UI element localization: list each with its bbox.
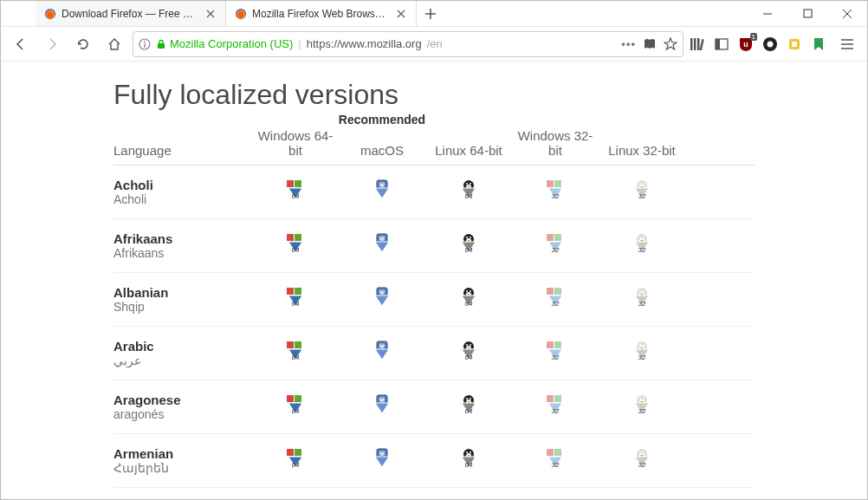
download-macos-icon[interactable] xyxy=(370,341,394,363)
download-linux64-icon[interactable]: 64 xyxy=(457,287,481,309)
download-win32-icon[interactable]: 32 xyxy=(543,233,567,256)
download-win64-icon[interactable]: 64 xyxy=(283,287,308,309)
recommended-label: Recommended xyxy=(252,113,512,127)
reader-mode-icon[interactable] xyxy=(643,38,657,50)
download-linux64-icon[interactable]: 64 xyxy=(457,341,481,363)
col-macos: macOS xyxy=(339,143,425,158)
svg-point-98 xyxy=(470,398,471,399)
download-win32-icon[interactable]: 32 xyxy=(543,448,567,471)
new-tab-button[interactable] xyxy=(417,1,444,26)
table-row: Afrikaans Afrikaans 64 64 32 32 xyxy=(113,219,755,273)
site-identity[interactable]: Mozilla Corporation (US) xyxy=(156,37,293,50)
download-win32-icon[interactable]: 32 xyxy=(543,179,567,202)
library-icon[interactable] xyxy=(689,36,706,53)
bookmark-extension-icon[interactable] xyxy=(810,36,827,53)
back-button[interactable] xyxy=(8,31,34,57)
extension-icon[interactable] xyxy=(786,36,803,53)
extension-badge-icon[interactable] xyxy=(761,36,779,53)
svg-point-88 xyxy=(643,344,645,346)
download-linux64-icon[interactable]: 64 xyxy=(457,233,481,256)
language-cell: Aragonese aragonés xyxy=(113,393,252,421)
svg-text:64: 64 xyxy=(292,246,300,254)
download-macos-icon[interactable] xyxy=(370,233,394,256)
col-linux64: Linux 64-bit xyxy=(425,143,512,158)
language-cell: Acholi Acholi xyxy=(113,178,252,206)
download-macos-icon[interactable] xyxy=(370,287,394,309)
svg-text:32: 32 xyxy=(552,192,560,200)
svg-text:64: 64 xyxy=(465,192,473,200)
home-button[interactable] xyxy=(101,31,127,57)
page-action-icon[interactable]: ••• xyxy=(621,37,636,50)
forward-button[interactable] xyxy=(39,31,65,57)
svg-rect-17 xyxy=(792,42,797,47)
svg-text:32: 32 xyxy=(552,246,560,254)
download-macos-icon[interactable] xyxy=(370,448,394,471)
language-native: عربي xyxy=(113,354,252,367)
close-window-button[interactable] xyxy=(827,1,867,26)
svg-rect-28 xyxy=(547,180,554,187)
download-linux32-icon[interactable]: 32 xyxy=(630,287,654,309)
tab-0[interactable]: Download Firefox — Free Web xyxy=(36,1,226,26)
ublock-badge: 1 xyxy=(750,33,757,41)
toolbar: Mozilla Corporation (US) | https://www.m… xyxy=(1,27,867,62)
language-cell: Arabic عربي xyxy=(113,339,252,367)
info-icon[interactable] xyxy=(139,38,151,50)
sidebar-icon[interactable] xyxy=(713,36,730,53)
minimize-button[interactable] xyxy=(748,1,787,26)
svg-rect-118 xyxy=(547,449,554,456)
col-linux32: Linux 32-bit xyxy=(599,143,685,158)
download-macos-icon[interactable] xyxy=(370,394,394,417)
language-native: aragonés xyxy=(113,407,252,421)
svg-rect-7 xyxy=(690,38,693,50)
menu-button[interactable] xyxy=(834,31,860,57)
table-row: Arabic عربي 64 64 32 32 xyxy=(113,327,755,380)
download-linux64-icon[interactable]: 64 xyxy=(457,448,481,471)
download-linux32-icon[interactable]: 32 xyxy=(630,341,654,363)
svg-rect-108 xyxy=(287,449,294,456)
download-linux32-icon[interactable]: 32 xyxy=(630,448,654,471)
svg-rect-47 xyxy=(554,234,561,241)
svg-rect-83 xyxy=(554,341,561,348)
window-controls xyxy=(748,1,867,26)
close-tab-icon[interactable] xyxy=(395,8,407,20)
svg-text:32: 32 xyxy=(638,461,646,469)
svg-text:32: 32 xyxy=(638,354,646,361)
download-win64-icon[interactable]: 64 xyxy=(283,179,308,202)
download-win32-icon[interactable]: 32 xyxy=(543,341,567,363)
download-linux32-icon[interactable]: 32 xyxy=(630,179,654,202)
download-win64-icon[interactable]: 64 xyxy=(283,394,308,417)
download-win32-icon[interactable]: 32 xyxy=(543,287,567,309)
download-linux32-icon[interactable]: 32 xyxy=(630,394,654,417)
titlebar: Download Firefox — Free Web Mozilla Fire… xyxy=(1,1,867,27)
download-macos-icon[interactable] xyxy=(370,179,394,202)
address-bar[interactable]: Mozilla Corporation (US) | https://www.m… xyxy=(133,31,683,57)
close-tab-icon[interactable] xyxy=(204,8,217,20)
download-win64-icon[interactable]: 64 xyxy=(283,341,308,363)
tab-1[interactable]: Mozilla Firefox Web Browser — xyxy=(226,1,417,26)
svg-text:64: 64 xyxy=(292,192,300,200)
language-cell: Afrikaans Afrikaans xyxy=(113,231,252,260)
reload-button[interactable] xyxy=(70,31,96,57)
url-path: /en xyxy=(427,37,443,50)
svg-point-52 xyxy=(643,237,645,238)
language-native: Shqip xyxy=(113,300,252,314)
svg-point-116 xyxy=(470,451,471,453)
maximize-button[interactable] xyxy=(787,1,827,26)
svg-rect-65 xyxy=(554,288,561,295)
download-win32-icon[interactable]: 32 xyxy=(543,394,567,417)
svg-rect-72 xyxy=(287,341,294,348)
svg-text:64: 64 xyxy=(292,407,300,415)
bookmark-star-icon[interactable] xyxy=(664,37,677,51)
svg-rect-36 xyxy=(287,234,294,241)
download-linux64-icon[interactable]: 64 xyxy=(457,179,481,202)
download-linux32-icon[interactable]: 32 xyxy=(630,233,654,256)
download-win64-icon[interactable]: 64 xyxy=(283,448,308,471)
page-content[interactable]: Fully localized versions Recommended Lan… xyxy=(1,62,867,499)
svg-rect-82 xyxy=(547,341,554,348)
svg-text:64: 64 xyxy=(465,300,473,308)
svg-text:64: 64 xyxy=(292,354,300,361)
download-linux64-icon[interactable]: 64 xyxy=(457,394,481,417)
download-win64-icon[interactable]: 64 xyxy=(283,233,308,256)
ublock-icon[interactable]: u1 xyxy=(737,36,755,53)
language-name: Arabic xyxy=(113,339,252,354)
